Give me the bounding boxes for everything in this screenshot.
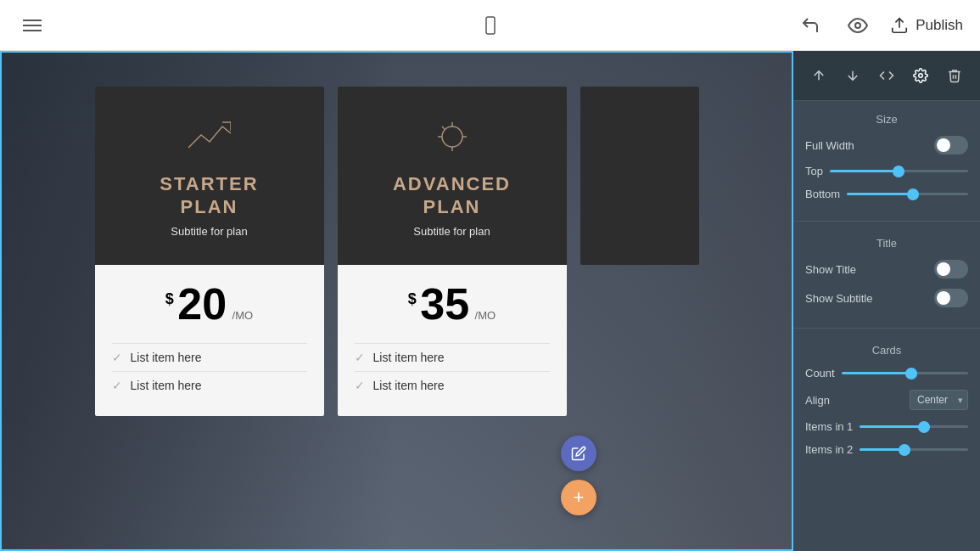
menu-button[interactable]	[17, 10, 48, 41]
arrow-up-icon	[811, 68, 826, 83]
mobile-icon	[480, 15, 501, 36]
pricing-card-3-partial	[580, 87, 699, 265]
svg-rect-0	[486, 17, 495, 34]
card-body-1: $ 20 /MO ✓ List item here ✓ List item he…	[95, 265, 324, 416]
plus-icon: +	[574, 486, 585, 509]
count-label: Count	[805, 367, 835, 380]
svg-point-12	[919, 74, 923, 78]
items-in-2-slider[interactable]	[860, 448, 968, 451]
dollar-sign-1: $	[165, 290, 174, 308]
items-in-1-row: Items in 1	[805, 420, 968, 433]
check-icon-2-2: ✓	[355, 379, 365, 392]
cards-section-title: Cards	[805, 344, 968, 357]
size-section: Size Full Width Top Bottom	[793, 101, 980, 217]
show-subtitle-toggle[interactable]	[934, 289, 968, 307]
feature-text-2-2: List item here	[373, 379, 445, 392]
card-header-2: ADVANCEDPLAN Subtitle for plan	[338, 87, 567, 265]
right-panel: Size Full Width Top Bottom	[793, 51, 980, 551]
items-in-1-label: Items in 1	[805, 420, 853, 433]
align-row: Align Left Center Right	[805, 390, 968, 410]
topbar-left	[17, 10, 48, 41]
items-in-1-slider-wrapper	[860, 425, 968, 428]
undo-button[interactable]	[795, 10, 826, 41]
fab-container: +	[561, 436, 596, 515]
items-in-1-slider[interactable]	[860, 425, 968, 428]
undo-icon	[800, 15, 820, 36]
pricing-card-1[interactable]: STARTERPLAN Subtitle for plan $ 20 /MO ✓…	[95, 87, 324, 416]
edit-icon	[571, 446, 586, 461]
advanced-icon	[431, 118, 473, 160]
feature-1-1: ✓ List item here	[112, 343, 307, 371]
starter-icon	[188, 118, 231, 160]
price-period-2: /MO	[475, 309, 496, 322]
bottom-slider-wrapper	[847, 193, 968, 195]
items-in-2-row: Items in 2	[805, 443, 968, 456]
feature-text-2-1: List item here	[373, 351, 445, 364]
trash-icon	[947, 68, 962, 83]
panel-content: Size Full Width Top Bottom	[793, 101, 980, 551]
starter-price: $ 20 /MO	[112, 282, 307, 326]
publish-label: Publish	[916, 17, 963, 34]
canvas-background: STARTERPLAN Subtitle for plan $ 20 /MO ✓…	[2, 53, 792, 549]
edit-fab-button[interactable]	[561, 436, 596, 471]
code-icon	[879, 68, 894, 83]
items-in-2-slider-wrapper	[860, 448, 968, 451]
feature-1-2: ✓ List item here	[112, 371, 307, 399]
add-fab-button[interactable]: +	[561, 480, 596, 515]
top-slider[interactable]	[830, 170, 968, 172]
topbar-center	[475, 10, 506, 41]
code-button[interactable]	[872, 61, 901, 90]
full-width-row: Full Width	[805, 136, 968, 155]
card-body-2: $ 35 /MO ✓ List item here ✓ List item he…	[338, 265, 567, 416]
canvas-area: STARTERPLAN Subtitle for plan $ 20 /MO ✓…	[0, 51, 793, 551]
svg-point-4	[442, 127, 462, 147]
publish-button[interactable]: Publish	[890, 16, 963, 35]
full-width-label: Full Width	[805, 139, 854, 152]
top-slider-wrapper	[830, 170, 968, 172]
top-label: Top	[805, 165, 823, 177]
full-width-toggle[interactable]	[934, 136, 968, 155]
feature-2-1: ✓ List item here	[355, 343, 550, 371]
cards-section: Cards Count Align Left Center Right	[793, 332, 980, 473]
eye-icon	[848, 15, 868, 36]
svg-point-2	[855, 23, 860, 28]
full-width-slider	[934, 136, 968, 155]
show-title-label: Show Title	[805, 263, 856, 276]
price-amount-1: 20	[177, 279, 227, 329]
title-section: Title Show Title Show Subtitle	[793, 225, 980, 324]
hamburger-icon	[23, 20, 42, 31]
feature-2-2: ✓ List item here	[355, 371, 550, 399]
count-row: Count	[805, 367, 968, 380]
price-amount-2: 35	[420, 279, 469, 329]
bottom-label: Bottom	[805, 188, 840, 200]
bottom-slider[interactable]	[847, 193, 968, 195]
card-header-1: STARTERPLAN Subtitle for plan	[95, 87, 324, 265]
move-up-button[interactable]	[804, 61, 833, 90]
pricing-card-2[interactable]: ADVANCEDPLAN Subtitle for plan $ 35 /MO …	[338, 87, 567, 416]
items-in-2-label: Items in 2	[805, 443, 853, 456]
gear-icon	[913, 68, 928, 83]
publish-icon	[890, 16, 909, 35]
move-down-button[interactable]	[838, 61, 867, 90]
advanced-plan-name: ADVANCEDPLAN	[393, 173, 511, 218]
topbar-right: Publish	[795, 10, 963, 41]
show-subtitle-label: Show Subtitle	[805, 292, 873, 305]
pricing-container: STARTERPLAN Subtitle for plan $ 20 /MO ✓…	[2, 53, 792, 416]
align-label: Align	[805, 394, 830, 407]
preview-button[interactable]	[843, 10, 873, 41]
panel-toolbar	[793, 51, 980, 101]
align-select[interactable]: Left Center Right	[910, 390, 968, 410]
check-icon-1-2: ✓	[112, 379, 122, 392]
align-select-wrapper: Left Center Right	[910, 390, 968, 410]
settings-button[interactable]	[906, 61, 935, 90]
show-subtitle-row: Show Subtitle	[805, 289, 968, 307]
show-title-toggle[interactable]	[934, 260, 968, 278]
main-area: STARTERPLAN Subtitle for plan $ 20 /MO ✓…	[0, 51, 980, 551]
svg-line-9	[442, 127, 445, 129]
price-period-1: /MO	[232, 309, 254, 322]
delete-button[interactable]	[940, 61, 969, 90]
mobile-preview-button[interactable]	[475, 10, 506, 41]
count-slider[interactable]	[842, 372, 968, 374]
check-icon-1-1: ✓	[112, 351, 122, 364]
advanced-price: $ 35 /MO	[355, 282, 550, 326]
